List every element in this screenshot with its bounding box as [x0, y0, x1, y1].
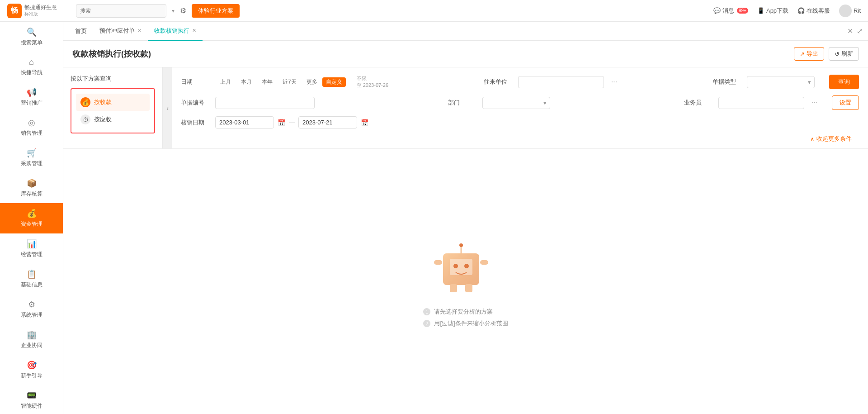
collapse-conditions-button[interactable]: ∧ 收起更多条件	[810, 135, 859, 143]
date-tab-more[interactable]: 更多	[302, 76, 322, 88]
logo: 畅 畅捷通好生意 标准版	[7, 4, 71, 18]
sidebar-item-finance[interactable]: 💰 资金管理	[0, 203, 63, 233]
close-tab-prepay-icon[interactable]: ✕	[137, 28, 142, 33]
username: Rit	[854, 7, 861, 14]
tab-prepay[interactable]: 预付冲应付单 ✕	[93, 22, 148, 41]
sidebar-label-hardware: 智能硬件	[21, 402, 42, 410]
sidebar-item-guide[interactable]: 🎯 新手引导	[0, 355, 63, 385]
empty-svg	[425, 235, 497, 294]
partner-input[interactable]	[518, 76, 604, 88]
verify-date-label: 核销日期	[181, 119, 208, 127]
purchase-icon: 🛒	[27, 148, 37, 158]
sidebar-label-system: 系统管理	[21, 311, 42, 319]
by-receivable-icon: ⏱	[80, 114, 90, 124]
filter-row-docnum: 单据编号 部门 业务员 ···	[181, 95, 859, 110]
agent-dots[interactable]: ···	[811, 99, 817, 107]
message-label: 消息	[722, 7, 734, 15]
message-button[interactable]: 💬 消息 99+	[713, 7, 748, 15]
dept-select[interactable]	[482, 97, 550, 109]
sidebar-item-purchase[interactable]: 🛒 采购管理	[0, 143, 63, 173]
app-icon: 📱	[757, 7, 764, 14]
date-tab-7days[interactable]: 近7天	[278, 76, 302, 88]
sidebar: 🔍 搜索菜单 ⌂ 快捷导航 📢 营销推广 ◎ 销售管理 🛒 采购管理 📦 库存核…	[0, 22, 63, 414]
tab-home[interactable]: 首页	[69, 22, 93, 41]
query-area: 日期 上月 本月 本年 近7天 更多 自定义 不限 至	[172, 67, 868, 148]
sidebar-label-guide: 新手引导	[21, 372, 42, 380]
filter-sidebar-title: 按以下方案查询	[71, 75, 155, 83]
refresh-button[interactable]: ↺ 刷新	[829, 47, 859, 61]
doc-num-label: 单据编号	[181, 99, 208, 107]
sidebar-item-search-menu[interactable]: 🔍 搜索菜单	[0, 22, 63, 52]
service-icon: 🎧	[797, 7, 805, 14]
export-button[interactable]: ↗ 导出	[794, 47, 824, 61]
partner-label: 往来单位	[484, 78, 511, 86]
verify-end-calendar-icon[interactable]: 📅	[361, 119, 368, 126]
sidebar-item-system[interactable]: ⚙ 系统管理	[0, 294, 63, 324]
export-icon: ↗	[800, 51, 805, 57]
date-label: 日期	[181, 78, 208, 86]
filter-box: 按以下方案查询 💰 按收款 ⏱ 按应收	[63, 67, 868, 149]
quick-nav-icon: ⌂	[29, 57, 34, 67]
chevron-down-icon[interactable]: ▾	[172, 8, 175, 14]
sidebar-item-operations[interactable]: 📊 经营管理	[0, 233, 63, 264]
collapse-more-row: ∧ 收起更多条件	[181, 135, 859, 148]
date-tab-this-month[interactable]: 本月	[236, 76, 257, 88]
export-label: 导出	[807, 50, 818, 58]
sidebar-item-enterprise[interactable]: 🏢 企业协同	[0, 324, 63, 355]
sidebar-label-enterprise: 企业协同	[21, 342, 42, 349]
close-window-icon[interactable]: ✕	[847, 27, 853, 35]
gear-icon[interactable]: ⚙	[180, 6, 186, 15]
message-badge: 99+	[737, 8, 748, 14]
service-label: 在线客服	[807, 7, 830, 15]
logo-badge: 标准版	[24, 11, 57, 17]
agent-input[interactable]	[718, 97, 804, 109]
industry-button[interactable]: 体验行业方案	[192, 4, 240, 18]
sidebar-item-marketing[interactable]: 📢 营销推广	[0, 82, 63, 112]
doc-type-label: 单据类型	[712, 78, 740, 86]
close-tab-receipt-icon[interactable]: ✕	[192, 28, 196, 33]
query-button[interactable]: 查询	[829, 75, 859, 89]
page-title: 收款核销执行(按收款)	[72, 48, 151, 59]
sidebar-item-quick-nav[interactable]: ⌂ 快捷导航	[0, 52, 63, 82]
guide-icon: 🎯	[27, 360, 37, 370]
filter-option-by-receipt[interactable]: 💰 按收款	[76, 94, 150, 111]
sidebar-item-hardware[interactable]: 📟 智能硬件	[0, 385, 63, 414]
filter-option-by-receivable[interactable]: ⏱ 按应收	[76, 111, 150, 128]
svg-rect-2	[450, 259, 472, 275]
verify-start-input[interactable]	[215, 116, 274, 128]
svg-point-10	[459, 243, 463, 247]
svg-rect-8	[465, 284, 472, 292]
doc-type-select[interactable]	[747, 76, 815, 88]
sidebar-label-sales: 销售管理	[21, 129, 42, 137]
sidebar-item-basic-info[interactable]: 📋 基础信息	[0, 264, 63, 294]
date-custom-badge[interactable]: 自定义	[322, 77, 346, 87]
tab-receipt[interactable]: 收款核销执行 ✕	[148, 22, 203, 41]
partner-dots[interactable]: ···	[611, 78, 617, 86]
top-bar: 畅 畅捷通好生意 标准版 ▾ ⚙ 体验行业方案 💬 消息 99+ 📱 App下载…	[0, 0, 868, 22]
verify-start-calendar-icon[interactable]: 📅	[278, 119, 285, 126]
sidebar-item-sales[interactable]: ◎ 销售管理	[0, 112, 63, 143]
enterprise-icon: 🏢	[27, 330, 37, 340]
avatar	[839, 5, 852, 17]
search-menu-icon: 🔍	[27, 27, 37, 37]
maximize-icon[interactable]: ⤢	[857, 27, 863, 35]
verify-end-input[interactable]	[298, 116, 357, 128]
by-receipt-icon: 💰	[80, 97, 90, 107]
date-tab-last-month[interactable]: 上月	[215, 76, 236, 88]
doc-num-input[interactable]	[215, 97, 315, 109]
setting-button[interactable]: 设置	[832, 95, 859, 110]
user-avatar[interactable]: Rit	[839, 5, 861, 17]
agent-label: 业务员	[684, 99, 711, 107]
empty-text: 1 请先选择要分析的方案 2 用[过滤]条件来缩小分析范围	[423, 308, 508, 328]
top-bar-right: 💬 消息 99+ 📱 App下载 🎧 在线客服 Rit	[713, 5, 861, 17]
filter-collapse-button[interactable]: ‹	[163, 67, 172, 148]
inventory-icon: 📦	[27, 178, 37, 188]
sidebar-label-operations: 经营管理	[21, 251, 42, 258]
search-input[interactable]	[76, 4, 166, 18]
tab-receipt-label: 收款核销执行	[154, 27, 189, 35]
app-download-button[interactable]: 📱 App下载	[757, 7, 788, 15]
sidebar-item-inventory[interactable]: 📦 库存核算	[0, 173, 63, 203]
basic-info-icon: 📋	[27, 269, 37, 279]
service-button[interactable]: 🎧 在线客服	[797, 7, 830, 15]
date-tab-this-year[interactable]: 本年	[257, 76, 278, 88]
